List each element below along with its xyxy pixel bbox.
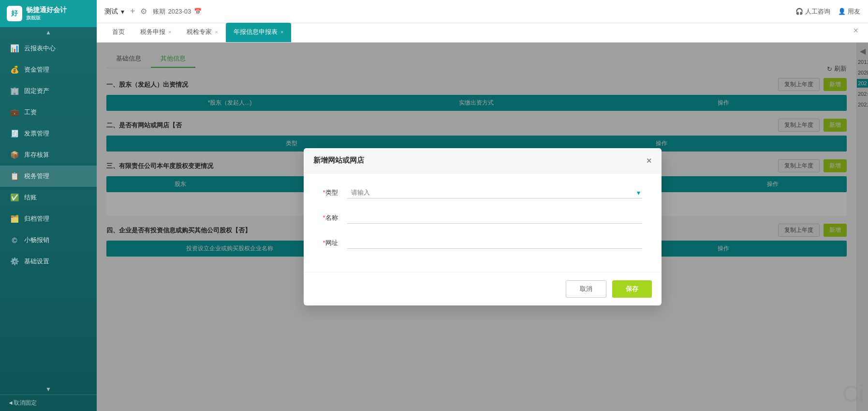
modal-title: 新增网站或网店 <box>313 156 364 165</box>
save-button[interactable]: 保存 <box>612 280 652 298</box>
period-label: 账期 <box>153 7 165 16</box>
logo-text: 畅捷通好会计 <box>26 6 67 15</box>
sidebar-item-label: 小畅报销 <box>24 236 49 244</box>
logo-sub: 旗舰版 <box>26 15 67 21</box>
user-label: 用友 <box>848 7 860 16</box>
payroll-icon: 💼 <box>10 107 19 117</box>
settings-icon: ⚙️ <box>10 257 19 266</box>
fixed-assets-icon: 🏢 <box>10 86 19 96</box>
sidebar-item-invoice[interactable]: 🧾 发票管理 <box>0 123 97 144</box>
topbar: 测试 ▾ + ⚙ 账期 2023-03 📅 🎧 人工咨询 👤 用友 <box>97 0 868 23</box>
cancel-button[interactable]: 取消 <box>566 280 606 298</box>
main-area: 测试 ▾ + ⚙ 账期 2023-03 📅 🎧 人工咨询 👤 用友 首页 <box>97 0 868 411</box>
consult-label: 人工咨询 <box>805 7 830 16</box>
tab-tax-expert-close[interactable]: × <box>215 30 218 35</box>
sidebar-scroll-up[interactable]: ▲ <box>0 27 97 38</box>
name-label: *名称 <box>323 213 347 222</box>
company-dropdown-icon: ▾ <box>121 8 124 15</box>
sidebar-item-fixed-assets[interactable]: 🏢 固定资产 <box>0 80 97 102</box>
type-required-marker: * <box>323 189 325 196</box>
name-input[interactable] <box>347 212 642 223</box>
sidebar-menu: 📊 云报表中心 💰 资金管理 🏢 固定资产 💼 工资 🧾 发票管理 📦 库存核算… <box>0 38 97 384</box>
type-dropdown-icon[interactable]: ▾ <box>637 189 642 197</box>
tab-home-label: 首页 <box>112 28 125 36</box>
add-company-icon[interactable]: + <box>130 6 135 16</box>
logo-icon: 好 <box>7 6 22 21</box>
type-input[interactable] <box>347 187 637 198</box>
sidebar-item-archive[interactable]: 🗂️ 归档管理 <box>0 208 97 229</box>
type-input-wrapper: ▾ <box>347 187 642 198</box>
sidebar-item-label: 结账 <box>24 193 37 202</box>
sidebar-item-settings[interactable]: ⚙️ 基础设置 <box>0 251 97 272</box>
headset-icon: 🎧 <box>795 8 803 15</box>
tab-tax-expert-label: 税检专家 <box>187 28 212 36</box>
sidebar-item-label: 工资 <box>24 108 37 117</box>
name-input-wrapper <box>347 212 642 224</box>
company-name: 测试 <box>104 7 118 16</box>
period-display: 账期 2023-03 📅 <box>153 7 202 16</box>
sidebar-item-tax[interactable]: 📋 税务管理 <box>0 166 97 187</box>
sidebar-item-inventory[interactable]: 📦 库存核算 <box>0 144 97 166</box>
sidebar-item-cloud-reports[interactable]: 📊 云报表中心 <box>0 38 97 59</box>
tax-icon: 📋 <box>10 171 19 181</box>
app-logo: 好 畅捷通好会计 旗舰版 <box>0 0 97 27</box>
cloud-reports-icon: 📊 <box>10 44 19 53</box>
invoice-icon: 🧾 <box>10 129 19 138</box>
tab-annual-report[interactable]: 年报信息申报表 × <box>226 23 291 42</box>
tab-annual-report-close[interactable]: × <box>280 30 283 35</box>
form-row-name: *名称 <box>323 212 642 224</box>
tab-tax-expert[interactable]: 税检专家 × <box>179 23 225 42</box>
sidebar-item-label: 基础设置 <box>24 257 49 266</box>
fund-icon: 💰 <box>10 65 19 75</box>
sidebar: 好 畅捷通好会计 旗舰版 ▲ 📊 云报表中心 💰 资金管理 🏢 固定资产 💼 工… <box>0 0 97 411</box>
settings-icon[interactable]: ⚙ <box>140 7 147 16</box>
tab-tax-declare-label: 税务申报 <box>140 28 165 36</box>
modal-body: *类型 ▾ *名称 <box>304 173 662 272</box>
url-required-marker: * <box>323 239 325 246</box>
modal-overlay: 新增网站或网店 × *类型 ▾ <box>97 43 868 411</box>
tab-tax-declare-close[interactable]: × <box>168 30 171 35</box>
content-area: 基础信息 其他信息 ↻ 刷新 一、股东（发起人）出资情况 复制上年度 <box>97 43 868 411</box>
window-close-button[interactable]: × <box>851 19 860 42</box>
period-value: 2023-03 <box>168 8 191 15</box>
form-row-type: *类型 ▾ <box>323 187 642 198</box>
sidebar-item-label: 发票管理 <box>24 129 49 138</box>
modal-close-button[interactable]: × <box>647 156 652 165</box>
sidebar-item-label: 归档管理 <box>24 214 49 223</box>
sidebar-item-label: 云报表中心 <box>24 44 56 53</box>
modal-footer: 取消 保存 <box>304 272 662 305</box>
sidebar-item-label: 固定资产 <box>24 87 49 95</box>
form-row-url: *网址 <box>323 237 642 249</box>
user-menu[interactable]: 👤 用友 <box>838 7 860 16</box>
topbar-actions: + ⚙ <box>130 6 147 16</box>
sidebar-item-fund[interactable]: 💰 资金管理 <box>0 59 97 80</box>
tab-annual-report-label: 年报信息申报表 <box>234 28 278 36</box>
calendar-icon[interactable]: 📅 <box>194 8 202 15</box>
sidebar-item-checkout[interactable]: ✅ 结账 <box>0 187 97 208</box>
sidebar-item-label: 税务管理 <box>24 172 49 181</box>
sidebar-pin-toggle[interactable]: ◄取消固定 <box>0 395 97 411</box>
tab-tax-declare[interactable]: 税务申报 × <box>132 23 179 42</box>
sidebar-scroll-down[interactable]: ▼ <box>0 384 97 395</box>
tab-home[interactable]: 首页 <box>104 23 132 42</box>
inventory-icon: 📦 <box>10 150 19 160</box>
name-required-marker: * <box>323 214 325 221</box>
topbar-right: 🎧 人工咨询 👤 用友 <box>795 7 860 16</box>
url-label: *网址 <box>323 239 347 247</box>
type-label: *类型 <box>323 188 347 197</box>
sidebar-item-xiaochangbao[interactable]: © 小畅报销 <box>0 229 97 251</box>
pin-toggle-label: ◄取消固定 <box>8 399 37 407</box>
sidebar-item-label: 库存核算 <box>24 151 49 159</box>
checkout-icon: ✅ <box>10 193 19 202</box>
archive-icon: 🗂️ <box>10 214 19 224</box>
url-input[interactable] <box>347 237 642 248</box>
sidebar-item-payroll[interactable]: 💼 工资 <box>0 102 97 123</box>
url-input-wrapper <box>347 237 642 249</box>
consult-button[interactable]: 🎧 人工咨询 <box>795 7 830 16</box>
company-selector[interactable]: 测试 ▾ <box>104 7 124 16</box>
user-icon: 👤 <box>838 8 846 15</box>
sidebar-item-label: 资金管理 <box>24 65 49 74</box>
modal-add-website: 新增网站或网店 × *类型 ▾ <box>304 148 662 305</box>
xiaochangbao-icon: © <box>10 235 19 245</box>
main-tabs: 首页 税务申报 × 税检专家 × 年报信息申报表 × × <box>97 23 868 43</box>
